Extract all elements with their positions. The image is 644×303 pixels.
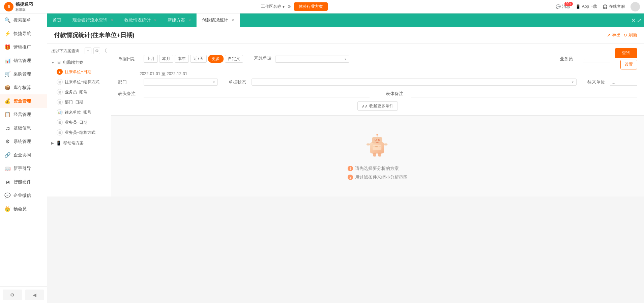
sidebar-item-purchase[interactable]: 🛒 采购管理 [0,67,47,81]
source-bill-arrow: ▾ [345,57,346,61]
tab-close-all-btn[interactable]: ✕ [631,17,636,24]
sidebar-label-finance: 资金管理 [13,98,31,104]
scheme-group-desktop-header[interactable]: ▼ 🖥 电脑端方案 [47,58,111,67]
bill-status-label: 单据状态 [229,79,249,85]
member-icon: 👑 [4,206,11,212]
top-bar: 6 畅捷通巧 标准版 工作区名称 ▾ ⚙ 体验行业方案 💬 消息 99+ 📱 A… [0,0,644,13]
export-label: 导出 [612,32,621,38]
sidebar-item-enterprise[interactable]: 🔗 企业协同 [0,148,47,162]
scheme-item-counterparty-payment[interactable]: ⊞ 往来单位+结算方式 [47,77,111,87]
sidebar-item-guide[interactable]: 📖 新手引导 [0,162,47,175]
collapse-btn-wrap: ∧∧ 收起更多条件 [118,101,637,111]
tab-receivable[interactable]: 收款情况统计 × [119,13,162,27]
scheme-group-mobile-header[interactable]: ▶ 📱 移动端方案 [47,139,111,147]
refresh-icon: ↻ [623,33,627,38]
finance-icon: 💰 [4,98,11,104]
header-remark-input[interactable] [144,90,370,97]
scheme-grid-icon-1: ⊞ [57,79,63,85]
sidebar-collapse-btn[interactable]: ◀ [25,290,45,300]
sidebar-item-smart-hw[interactable]: 🖥 智能硬件 [0,175,47,189]
collapse-more-btn[interactable]: ∧∧ 收起更多条件 [357,101,398,111]
date-label: 单据日期 [118,56,138,62]
scheme-item-counterparty-date[interactable]: ● 往来单位+日期 [47,67,111,77]
main-layout: 🔍 搜索菜单 ⚡ 快捷导航 🎁 营销推广 📊 销售管理 🛒 采购管理 📦 库存核… [0,13,644,303]
tab-expand-btn[interactable]: ⤢ [637,17,641,24]
sidebar-label-sales: 销售管理 [13,58,31,64]
try-industry-btn[interactable]: 体验行业方案 [294,2,328,11]
date-btn-last-month[interactable]: 上月 [144,55,158,63]
sidebar-item-marketing[interactable]: 🎁 营销推广 [0,40,47,54]
desktop-icon: 🖥 [57,60,61,65]
export-btn[interactable]: ↗ 导出 [607,32,621,38]
tab-home[interactable]: 首页 [47,13,67,27]
main-panel: 单据日期 上月 本月 本年 近7天 更多 自定义 来源单据 [111,43,644,196]
filter-settings-btn[interactable]: 设置 [620,60,637,69]
date-btn-custom[interactable]: 自定义 [225,55,243,63]
scheme-item-dept-date[interactable]: ⊞ 部门+日期 [47,97,111,107]
notification-btn[interactable]: 💬 消息 99+ [556,4,570,9]
sidebar-label-enterprise: 企业协同 [13,152,31,158]
page-header-actions: ↗ 导出 ↻ 刷新 [607,32,637,38]
source-bill-select[interactable]: ▾ [275,56,349,63]
tab-bank-flow[interactable]: 现金银行流水查询 × [67,13,119,27]
workspace-selector[interactable]: 工作区名称 ▾ [261,4,285,9]
sidebar-item-quick-nav[interactable]: ⚡ 快捷导航 [0,27,47,40]
tab-receivable-close[interactable]: × [154,18,156,23]
tab-new-scheme[interactable]: 新建方案 × [162,13,197,27]
svg-rect-9 [378,153,381,157]
desktop-group-label: 电脑端方案 [63,60,83,65]
page-content: 付款情况统计(往来单位+日期) ↗ 导出 ↻ 刷新 [47,27,644,303]
filter-row-1: 单据日期 上月 本月 本年 近7天 更多 自定义 来源单据 [118,48,637,69]
scheme-item-salesperson-account[interactable]: ⊞ 业务员+账号 [47,87,111,97]
online-service-btn[interactable]: 🎧 在线客服 [603,4,625,9]
scheme-item-salesperson-date[interactable]: ⊞ 业务员+日期 [47,117,111,127]
sidebar-item-member[interactable]: 👑 畅会员 [0,202,47,216]
dept-select[interactable]: ▾ [144,79,218,86]
add-scheme-btn[interactable]: + [85,48,91,54]
tab-new-scheme-close[interactable]: × [188,18,191,23]
user-avatar[interactable] [631,2,640,11]
data-section: 1 请先选择要分析的方案 2 用过滤条件来缩小分析范围 [111,116,644,196]
notification-badge: 99+ [564,2,573,6]
filter-actions-col: 查询 设置 [615,48,637,69]
sidebar-item-inventory[interactable]: 📦 库存核算 [0,81,47,94]
scheme-item-dept-date-label: 部门+日期 [65,99,83,105]
scheme-item-salesperson-payment[interactable]: ⊞ 业务员+结算方式 [47,127,111,138]
bill-status-arrow: ▾ [572,80,574,84]
sidebar-label-purchase: 采购管理 [13,71,31,77]
sidebar-item-business[interactable]: 📋 经营管理 [0,108,47,121]
query-btn[interactable]: 查询 [615,48,637,58]
sidebar-item-basic[interactable]: 🗂 基础信息 [0,121,47,135]
counterparty-placeholder[interactable]: ... [610,79,637,86]
sidebar-item-finance[interactable]: 💰 资金管理 [0,94,47,108]
enterprise-icon: 🔗 [4,152,11,158]
sidebar-item-sales[interactable]: 📊 销售管理 [0,54,47,67]
sidebar-label-system: 系统管理 [13,139,31,145]
settings-icon-btn[interactable]: ⚙ [287,4,291,9]
date-btn-this-month[interactable]: 本月 [159,55,173,63]
sidebar-item-search[interactable]: 🔍 搜索菜单 [0,13,47,27]
scheme-item-counterparty-account[interactable]: 📊 往来单位+账号 [47,107,111,117]
scheme-grid-icon-5: ⊞ [57,119,63,125]
date-range-input[interactable] [138,71,199,77]
scheme-settings-btn[interactable]: ⚙ [93,48,100,54]
refresh-btn[interactable]: ↻ 刷新 [623,32,637,38]
tab-payment-stat[interactable]: 付款情况统计 × [197,13,240,27]
salesperson-placeholder[interactable]: ... [583,56,610,62]
guide-icon: 📖 [4,165,11,172]
date-btn-this-year[interactable]: 本年 [175,55,189,63]
date-btn-7days[interactable]: 近7天 [190,55,207,63]
sidebar-item-wechat[interactable]: 💬 企业微信 [0,189,47,202]
date-btn-more[interactable]: 更多 [208,55,224,63]
tab-bank-flow-close[interactable]: × [111,18,113,23]
bill-status-select[interactable]: ▾ [252,79,577,86]
sidebar-item-system[interactable]: ⚙ 系统管理 [0,135,47,148]
app-download-btn[interactable]: 📱 App下载 [576,4,597,9]
tab-payment-stat-close[interactable]: × [232,18,234,23]
scheme-panel-collapse-btn[interactable]: 《 [102,48,107,54]
body-remark-input[interactable] [411,90,637,97]
sidebar-settings-btn[interactable]: ⚙ [3,290,22,300]
top-bar-right: 💬 消息 99+ 📱 App下载 🎧 在线客服 [556,2,640,11]
purchase-icon: 🛒 [4,71,11,78]
sidebar: 🔍 搜索菜单 ⚡ 快捷导航 🎁 营销推广 📊 销售管理 🛒 采购管理 📦 库存核… [0,13,47,303]
